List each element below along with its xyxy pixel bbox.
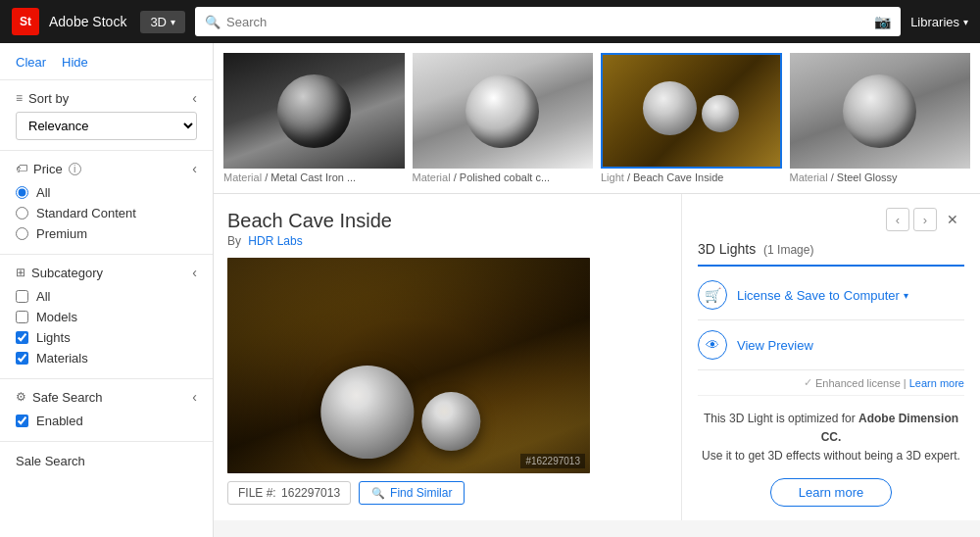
subcat-lights[interactable]: Lights [16, 327, 197, 348]
eye-icon: 👁 [698, 330, 727, 360]
price-icon: 🏷 [16, 162, 27, 175]
license-save-button[interactable]: License & Save to Computer ▾ [737, 288, 908, 303]
learn-more-button[interactable]: Learn more [770, 478, 892, 507]
search-icon: 🔍 [205, 15, 220, 29]
sort-select-wrap: Relevance Newest Oldest [0, 112, 213, 150]
close-button[interactable]: ✕ [941, 208, 964, 231]
safe-search-header[interactable]: ⚙ Safe Search ‹ [0, 379, 213, 409]
thumbnail-item[interactable]: Material / Metal Cast Iron ... [223, 53, 405, 183]
sort-section-header[interactable]: ≡ Sort by ‹ [0, 80, 213, 112]
detail-panel: Beach Cave Inside By HDR Labs [214, 194, 980, 520]
clear-button[interactable]: Clear [16, 55, 46, 70]
description-text: This 3D Light is optimized for Adobe Dim… [698, 410, 964, 447]
description-text-2: Use it to get 3D effects without being a… [698, 447, 964, 465]
sort-collapse-icon: ‹ [192, 90, 197, 106]
view-preview-row: 👁 View Preview [698, 320, 964, 370]
view-preview-button[interactable]: View Preview [737, 338, 813, 353]
price-collapse-icon: ‹ [192, 161, 197, 176]
price-standard-option[interactable]: Standard Content [16, 203, 197, 223]
adobe-logo: St [12, 8, 39, 35]
file-number-label: FILE #: 162297013 [227, 481, 351, 505]
safe-search-options: Enabled [0, 409, 213, 441]
info-icon: i [69, 163, 81, 175]
thumb-image [790, 53, 971, 169]
thumb-label: Material / Steel Glossy [790, 171, 971, 183]
subcat-models[interactable]: Models [16, 307, 197, 327]
sale-search-label: Sale Search [16, 454, 85, 468]
search-input[interactable] [226, 15, 868, 29]
chevron-left-icon: ‹ [896, 213, 900, 227]
hide-button[interactable]: Hide [62, 55, 88, 70]
find-similar-icon: 🔍 [371, 487, 385, 500]
license-row: 🛒 License & Save to Computer ▾ [698, 268, 964, 320]
detail-nav: ‹ › ✕ [698, 208, 964, 231]
price-premium-option[interactable]: Premium [16, 223, 197, 244]
safe-search-title: ⚙ Safe Search [16, 390, 103, 405]
detail-title: Beach Cave Inside [227, 210, 667, 232]
thumb-label: Material / Metal Cast Iron ... [223, 171, 405, 183]
file-row: FILE #: 162297013 🔍 Find Similar [227, 481, 667, 505]
thumbnail-item-active[interactable]: Light / Beach Cave Inside [601, 53, 782, 183]
detail-preview: #162297013 [227, 258, 590, 473]
thumbnails-row: Material / Metal Cast Iron ... Material … [214, 43, 980, 194]
detail-left: Beach Cave Inside By HDR Labs [214, 194, 681, 520]
sidebar: Clear Hide ≡ Sort by ‹ Relevance Newest … [0, 43, 214, 537]
safe-search-section: ⚙ Safe Search ‹ Enabled [0, 379, 213, 442]
gear-icon: ⚙ [16, 390, 26, 404]
price-section: 🏷 Price i ‹ All Standard Content Premium [0, 151, 213, 255]
thumb-label: Light / Beach Cave Inside [601, 171, 782, 183]
prev-button[interactable]: ‹ [886, 208, 909, 231]
thumb-image-active [601, 53, 782, 169]
thumb-image [223, 53, 405, 169]
close-icon: ✕ [947, 212, 958, 227]
safe-collapse-icon: ‹ [192, 389, 197, 405]
detail-right: ‹ › ✕ 3D Lights (1 Image) 🛒 [681, 194, 980, 520]
chevron-right-icon: › [923, 213, 927, 227]
chevron-down-icon: ▾ [963, 17, 968, 27]
header: St Adobe Stock 3D ▾ 🔍 📷 Libraries ▾ [0, 0, 980, 43]
learn-more-link[interactable]: Learn more [909, 377, 964, 389]
subcategory-section: ⊞ Subcategory ‹ All Models Lights [0, 255, 213, 379]
subcategory-icon: ⊞ [16, 266, 25, 279]
sort-section-title: ≡ Sort by [16, 91, 69, 106]
safe-enabled[interactable]: Enabled [16, 411, 197, 431]
author-link[interactable]: HDR Labs [248, 234, 302, 248]
sort-select[interactable]: Relevance Newest Oldest [16, 112, 197, 140]
shield-icon: ✓ [804, 376, 812, 389]
license-icon: 🛒 [698, 280, 727, 310]
price-section-title: 🏷 Price i [16, 162, 81, 176]
detail-author: By HDR Labs [227, 234, 667, 248]
chevron-down-icon: ▾ [171, 17, 175, 27]
app-title: Adobe Stock [49, 14, 126, 29]
thumbnail-item[interactable]: Material / Steel Glossy [790, 53, 971, 183]
description-box: This 3D Light is optimized for Adobe Dim… [698, 396, 964, 507]
sort-section: ≡ Sort by ‹ Relevance Newest Oldest [0, 80, 213, 151]
search-bar: 🔍 📷 [195, 7, 901, 36]
price-options: All Standard Content Premium [0, 180, 213, 254]
license-chevron-icon: ▾ [904, 290, 908, 301]
sidebar-actions: Clear Hide [0, 43, 213, 80]
file-id-badge: #162297013 [520, 454, 585, 468]
next-button[interactable]: › [913, 208, 937, 231]
content-area: Material / Metal Cast Iron ... Material … [214, 43, 980, 537]
thumb-image [413, 53, 594, 169]
enhanced-license-row: ✓ Enhanced license | Learn more [698, 370, 964, 396]
thumb-label: Material / Polished cobalt c... [413, 171, 594, 183]
subcategory-header[interactable]: ⊞ Subcategory ‹ [0, 255, 213, 284]
subcategory-options: All Models Lights Materials [0, 284, 213, 378]
price-all-option[interactable]: All [16, 182, 197, 203]
sort-icon: ≡ [16, 91, 23, 105]
thumbnail-item[interactable]: Material / Polished cobalt c... [413, 53, 594, 183]
sale-search-section: Sale Search [0, 442, 213, 480]
camera-button[interactable]: 📷 [874, 14, 891, 29]
category-dropdown[interactable]: 3D ▾ [140, 11, 185, 33]
lights-heading: 3D Lights (1 Image) [698, 241, 964, 267]
find-similar-button[interactable]: 🔍 Find Similar [359, 481, 465, 505]
main-layout: Clear Hide ≡ Sort by ‹ Relevance Newest … [0, 43, 980, 537]
price-section-header[interactable]: 🏷 Price i ‹ [0, 151, 213, 180]
libraries-button[interactable]: Libraries ▾ [910, 15, 968, 29]
subcat-materials[interactable]: Materials [16, 348, 197, 368]
subcat-all[interactable]: All [16, 286, 197, 307]
subcategory-title: ⊞ Subcategory [16, 266, 103, 280]
subcategory-collapse-icon: ‹ [192, 265, 197, 280]
